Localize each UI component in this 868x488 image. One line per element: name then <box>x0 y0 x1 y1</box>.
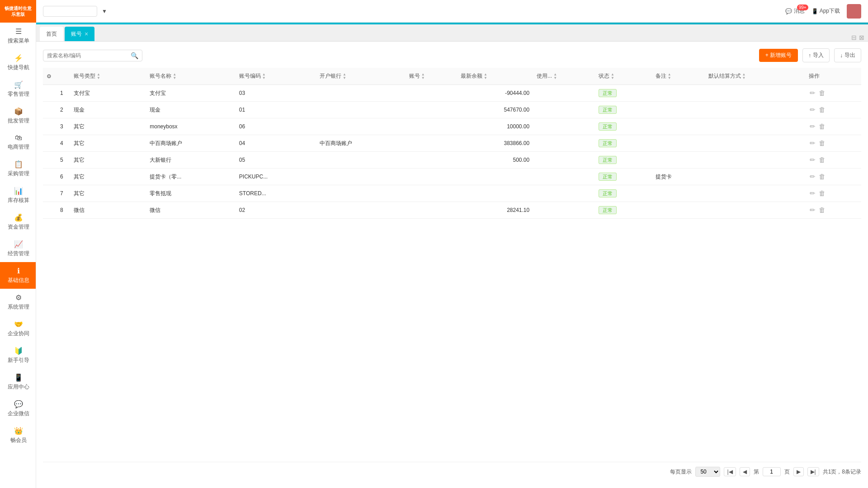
avatar[interactable] <box>847 4 861 19</box>
col-balance[interactable]: 最新余额 ▲▼ <box>457 68 533 85</box>
col-default-settle[interactable]: 默认结算方式 ▲▼ <box>705 68 805 85</box>
edit-button[interactable]: ✏ <box>810 173 816 180</box>
row-num: 6 <box>57 169 70 185</box>
search-box[interactable]: 🔍 <box>43 50 142 61</box>
row-bank: 中百商场账户 <box>316 135 406 152</box>
row-balance: -90444.00 <box>457 85 533 102</box>
row-code: 03 <box>236 85 316 102</box>
sidebar-item-wholesale-mgmt[interactable]: 📦 批发管理 <box>0 103 36 129</box>
export-button[interactable]: ↓ 导出 <box>834 48 861 62</box>
row-type: 其它 <box>70 169 146 185</box>
row-num: 5 <box>57 152 70 169</box>
edit-button[interactable]: ✏ <box>810 139 816 147</box>
sidebar-item-capital-mgmt[interactable]: 💰 资金管理 <box>0 209 36 235</box>
row-balance: 10000.00 <box>457 118 533 135</box>
delete-button[interactable]: 🗑 <box>819 122 826 130</box>
delete-button[interactable]: 🗑 <box>819 206 826 214</box>
row-type: 其它 <box>70 135 146 152</box>
window-minimize-icon[interactable]: ⊟ <box>851 34 857 41</box>
tab-home-label: 首页 <box>46 30 57 38</box>
delete-button[interactable]: 🗑 <box>819 173 826 180</box>
topbar-dropdown[interactable]: ▼ <box>102 8 107 14</box>
row-bank <box>316 102 406 118</box>
edit-button[interactable]: ✏ <box>810 106 816 113</box>
tab-accounts[interactable]: 账号 × <box>65 27 94 41</box>
page-toolbar: 🔍 + 新增账号 ↑ 导入 ↓ 导出 <box>43 48 861 62</box>
sidebar-item-search-menu[interactable]: ☰ 搜索菜单 <box>0 23 36 49</box>
delete-button[interactable]: 🗑 <box>819 189 826 197</box>
row-type: 现金 <box>70 102 146 118</box>
delete-button[interactable]: 🗑 <box>819 156 826 164</box>
page-number-input[interactable] <box>763 467 781 476</box>
row-actions: ✏ 🗑 <box>805 85 861 102</box>
delete-button[interactable]: 🗑 <box>819 139 826 147</box>
edit-button[interactable]: ✏ <box>810 122 816 130</box>
col-type[interactable]: 账号类型 ▲▼ <box>70 68 146 85</box>
sidebar: 畅捷通时生意乐意版 ☰ 搜索菜单 ⚡ 快捷导航 🛒 零售管理 📦 批发管理 🛍 … <box>0 0 36 488</box>
prev-page-button[interactable]: ◀ <box>740 467 750 476</box>
sidebar-item-inventory-check[interactable]: 📊 库存核算 <box>0 182 36 209</box>
tab-home[interactable]: 首页 <box>40 27 63 41</box>
message-badge: 99+ <box>797 5 808 10</box>
row-remark <box>652 202 705 219</box>
last-page-button[interactable]: ▶| <box>807 467 819 476</box>
sidebar-item-enterprise-wechat[interactable]: 💬 企业微信 <box>0 395 36 422</box>
col-code[interactable]: 账号编码 ▲▼ <box>236 68 316 85</box>
delete-button[interactable]: 🗑 <box>819 106 826 113</box>
col-name[interactable]: 账号名称 ▲▼ <box>146 68 236 85</box>
edit-button[interactable]: ✏ <box>810 156 816 164</box>
sidebar-item-system-mgmt[interactable]: ⚙ 系统管理 <box>0 289 36 315</box>
tab-close-icon[interactable]: × <box>85 30 88 38</box>
row-actions: ✏ 🗑 <box>805 135 861 152</box>
chevron-down-icon: ▼ <box>102 8 107 14</box>
sidebar-item-label: 库存核算 <box>8 197 29 204</box>
sidebar-item-purchase-mgmt[interactable]: 📋 采购管理 <box>0 155 36 182</box>
sidebar-item-retail-mgmt[interactable]: 🛒 零售管理 <box>0 76 36 103</box>
first-page-button[interactable]: |◀ <box>724 467 736 476</box>
col-bank[interactable]: 开户银行 ▲▼ <box>316 68 406 85</box>
col-status[interactable]: 状态 ▲▼ <box>595 68 652 85</box>
search-input[interactable] <box>47 52 128 59</box>
sidebar-item-ecommerce-mgmt[interactable]: 🛍 电商管理 <box>0 129 36 155</box>
per-page-select[interactable]: 50 20 100 <box>695 467 720 477</box>
add-account-button[interactable]: + 新增账号 <box>759 49 798 62</box>
sort-arrows-status: ▲▼ <box>611 73 614 80</box>
logo-text: 畅捷通时生意乐意版 <box>5 5 32 17</box>
topbar-message[interactable]: 💬 消息 99+ <box>785 7 805 15</box>
row-code: 01 <box>236 102 316 118</box>
app-download[interactable]: 📱 App下载 <box>811 7 840 15</box>
col-settings[interactable]: ⚙ <box>43 68 57 85</box>
edit-button[interactable]: ✏ <box>810 89 816 97</box>
edit-button[interactable]: ✏ <box>810 206 816 214</box>
col-usage[interactable]: 使用... ▲▼ <box>533 68 595 85</box>
edit-button[interactable]: ✏ <box>810 189 816 197</box>
row-name: 提货卡（零... <box>146 169 236 185</box>
col-account[interactable]: 账号 ▲▼ <box>406 68 457 85</box>
sidebar-item-vip-member[interactable]: 👑 畅会员 <box>0 422 36 449</box>
sidebar-item-quick-nav[interactable]: ⚡ 快捷导航 <box>0 49 36 76</box>
window-maximize-icon[interactable]: ⊠ <box>859 34 864 41</box>
sort-arrows-balance: ▲▼ <box>484 73 487 80</box>
row-remark <box>652 118 705 135</box>
table-row: 1 支付宝 支付宝 03 -90444.00 正常 ✏ 🗑 <box>43 85 861 102</box>
table-row: 8 微信 微信 02 28241.10 正常 ✏ 🗑 <box>43 202 861 219</box>
next-page-button[interactable]: ▶ <box>793 467 804 476</box>
row-status: 正常 <box>595 135 652 152</box>
sidebar-item-basic-info[interactable]: ℹ 基础信息 <box>0 262 36 289</box>
sidebar-nav: ☰ 搜索菜单 ⚡ 快捷导航 🛒 零售管理 📦 批发管理 🛍 电商管理 📋 采购管… <box>0 23 36 488</box>
download-label: App下载 <box>820 7 840 15</box>
row-usage <box>533 169 595 185</box>
sidebar-item-operations-mgmt[interactable]: 📈 经营管理 <box>0 235 36 262</box>
import-button[interactable]: ↑ 导入 <box>802 48 830 62</box>
delete-button[interactable]: 🗑 <box>819 89 826 97</box>
col-remark[interactable]: 备注 ▲▼ <box>652 68 705 85</box>
quick-nav-icon: ⚡ <box>14 54 23 62</box>
row-type: 微信 <box>70 202 146 219</box>
sidebar-item-new-guide[interactable]: 🔰 新手引导 <box>0 342 36 369</box>
topbar-search-input[interactable] <box>43 6 97 17</box>
sidebar-item-enterprise-agreement[interactable]: 🤝 企业协同 <box>0 315 36 342</box>
sidebar-item-label: 系统管理 <box>8 303 29 311</box>
sidebar-item-app-center[interactable]: 📱 应用中心 <box>0 369 36 395</box>
row-name: 大新银行 <box>146 152 236 169</box>
row-default-settle <box>705 118 805 135</box>
